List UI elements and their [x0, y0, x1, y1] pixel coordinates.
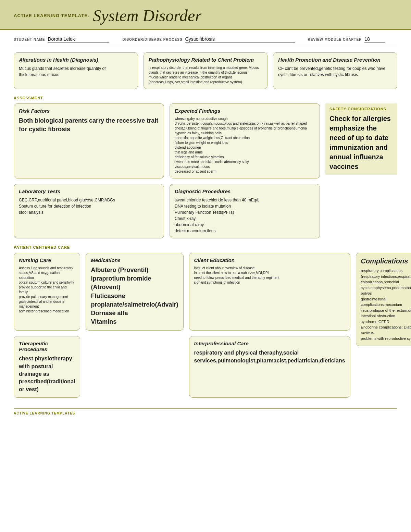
assessment-section: Risk Factors Both biological parents car… [14, 103, 397, 238]
complications-card: Complications respiratory complications … [356, 253, 411, 346]
header-title: System Disorder [93, 6, 201, 25]
card-therapeutic: Therapeutic Procedures chest physiothera… [14, 336, 80, 398]
card-therapeutic-body: chest physiotherapy with postural draina… [19, 355, 75, 393]
card-interprofessional-body: respiratory and physical theraphy,social… [194, 349, 345, 364]
card-interprofessional-title: Interprofessional Care [194, 341, 345, 346]
assessment-row-1: Risk Factors Both biological parents car… [14, 103, 320, 178]
card-risk-factors: Risk Factors Both biological parents car… [14, 103, 164, 178]
card-medications-body: Albutero (Proventil) ipraprotium bromide… [91, 266, 178, 326]
header: Active Learning Template: System Disorde… [0, 0, 411, 30]
card-client-education: Client Education instruct client about o… [189, 253, 350, 331]
card-nursing-care: Nursing Care Assess lung sounds and resp… [14, 253, 80, 331]
card-risk-factors-title: Risk Factors [19, 108, 159, 114]
top-grid: Alterations in Health (Diagnosis) Mucus … [14, 52, 397, 89]
assessment-main: Risk Factors Both biological parents car… [14, 103, 320, 238]
disorder-value: Cystic fibrosis [185, 36, 295, 42]
card-alterations-title: Alterations in Health (Diagnosis) [19, 57, 133, 63]
card-health-promotion-title: Health Promotion and Disease Prevention [278, 57, 392, 63]
footer-label: Active Learning Templates [14, 411, 75, 415]
complications-title: Complications [361, 257, 411, 265]
complications-body: respiratory complications (respiratory i… [361, 268, 411, 342]
card-expected-findings-title: Expected Findings [175, 108, 315, 114]
complications-panel: Complications respiratory complications … [356, 253, 411, 398]
card-expected-findings-body: wheezing,dry nonproductive cough chronic… [175, 116, 315, 174]
card-laboratory-title: Laboratory Tests [19, 188, 159, 194]
assessment-row-2: Laboratory Tests CBC,CRP,nutritional pan… [14, 184, 320, 238]
card-alterations: Alterations in Health (Diagnosis) Mucus … [14, 52, 138, 89]
card-medications-title: Medications [91, 257, 178, 263]
review-label: Review Module Chapter [308, 38, 362, 41]
card-client-education-body: instruct client about overview of diseas… [194, 266, 345, 285]
card-interprofessional: Interprofessional Care respiratory and p… [189, 336, 350, 398]
card-medications: Medications Albutero (Proventil) iprapro… [86, 253, 183, 331]
pcc-main: Nursing Care Assess lung sounds and resp… [14, 253, 350, 398]
card-alterations-body: Mucus glands that secretes increase quan… [19, 65, 133, 78]
assessment-label: Assessment [14, 96, 397, 100]
card-laboratory: Laboratory Tests CBC,CRP,nutritional pan… [14, 184, 164, 238]
student-info: Student Name Dorota Lelek Disorder/Disea… [14, 30, 397, 46]
card-nursing-care-body: Assess lung sounds and respiratory statu… [19, 266, 75, 314]
card-client-education-title: Client Education [194, 257, 345, 263]
card-pathophysiology-body: Is respiratory disorder that results fro… [149, 65, 263, 85]
disorder-label: Disorder/Disease Process [122, 38, 182, 41]
safety-title: Safety Considerations [329, 107, 393, 111]
card-diagnostic-title: Diagnostic Procedures [175, 188, 315, 194]
card-laboratory-body: CBC,CRP,nutritional panel,blood glucose,… [19, 197, 159, 215]
safety-panel: Safety Considerations Check for allergie… [325, 103, 397, 238]
card-expected-findings: Expected Findings wheezing,dry nonproduc… [170, 103, 320, 178]
card-pathophysiology-title: Pathophysiology Related to Client Proble… [149, 57, 263, 63]
card-nursing-care-title: Nursing Care [19, 257, 75, 263]
review-value: 18 [364, 36, 385, 42]
card-health-promotion: Health Promotion and Disease Prevention … [273, 52, 397, 89]
safety-card: Safety Considerations Check for allergie… [325, 103, 397, 175]
card-diagnostic-body: sweat chloride testchloride less than 40… [175, 197, 315, 234]
card-risk-factors-body: Both biological parents carry the recess… [19, 116, 159, 134]
card-therapeutic-title: Therapeutic Procedures [19, 341, 75, 352]
footer: Active Learning Templates [14, 408, 397, 415]
card-diagnostic: Diagnostic Procedures sweat chloride tes… [170, 184, 320, 238]
card-pathophysiology: Pathophysiology Related to Client Proble… [144, 52, 268, 89]
page: Active Learning Template: System Disorde… [0, 0, 411, 532]
student-name-value: Dorota Lelek [48, 36, 109, 42]
safety-body: Check for allergies emphasize the need o… [329, 114, 393, 171]
student-name-label: Student Name [14, 38, 45, 41]
pcc-label: Patient-Centered Care [14, 245, 397, 249]
card-health-promotion-body: CF cant be prevented,genetic testing for… [278, 65, 392, 78]
header-label: Active Learning Template: [14, 13, 89, 18]
pcc-section: Nursing Care Assess lung sounds and resp… [14, 253, 397, 398]
